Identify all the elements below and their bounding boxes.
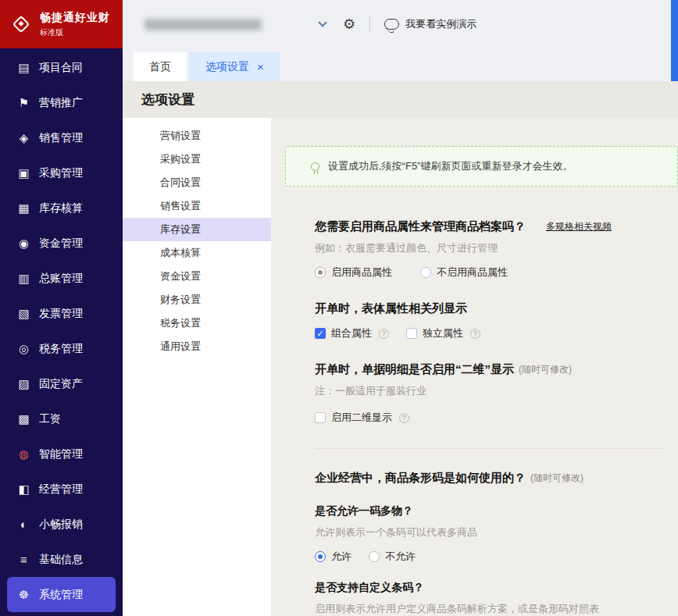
subnav-item[interactable]: 采购设置 bbox=[123, 148, 271, 171]
sidebar-item-icon: ◉ bbox=[16, 237, 31, 251]
page-title: 选项设置 bbox=[123, 81, 678, 118]
chevron-down-icon[interactable] bbox=[318, 18, 327, 27]
sidebar-item-icon: ◈ bbox=[16, 131, 31, 145]
sidebar-item-icon: ▨ bbox=[16, 377, 31, 391]
checkbox-icon[interactable] bbox=[315, 328, 326, 339]
content-area: 营销设置 采购设置 合同设置 销售设置 库存设置 成本核算 资金设置 财务设置 … bbox=[123, 118, 678, 616]
subnav-item[interactable]: 成本核算 bbox=[123, 241, 271, 265]
subnav-item[interactable]: 财务设置 bbox=[123, 288, 271, 312]
settings-subnav: 营销设置 采购设置 合同设置 销售设置 库存设置 成本核算 资金设置 财务设置 … bbox=[123, 118, 271, 616]
sidebar-item[interactable]: ▦ 库存核算 bbox=[7, 190, 116, 226]
sidebar-item[interactable]: ▩ 工资 bbox=[7, 401, 116, 436]
sidebar-item[interactable]: ▨ 固定资产 bbox=[7, 366, 116, 401]
app-window: 畅捷通好业财 标准版 ▤ 项目合同 ⚑ 营销推广 ◈ 销售管理 bbox=[0, 0, 678, 616]
checkbox-option-independent-attribute[interactable]: 独立属性 bbox=[406, 326, 480, 340]
notice-text: 设置成功后,须按“F5”键刷新页面或重新登录才会生效。 bbox=[328, 159, 573, 173]
radio-label: 不允许 bbox=[385, 550, 416, 564]
logo-subtitle: 标准版 bbox=[40, 27, 110, 38]
topbar-divider bbox=[369, 16, 370, 33]
section-barcode-usage: 企业经营中，商品条形码是如何使用的？ (随时可修改) bbox=[315, 471, 678, 486]
sidebar-item[interactable]: ◉ 资金管理 bbox=[7, 226, 116, 261]
question-title-text: 是否支持自定义条码？ bbox=[315, 581, 424, 595]
sidebar-item-label: 营销推广 bbox=[39, 96, 83, 110]
question-hint: 允许则表示一个条码可以代表多商品 bbox=[315, 525, 678, 539]
subnav-item[interactable]: 营销设置 bbox=[123, 124, 271, 148]
question-2d-display: 开单时，单据明细是否启用“二维”显示 (随时可修改) 注：一般适用于服装行业 启… bbox=[315, 362, 678, 425]
checkbox-option-combined-attribute[interactable]: 组合属性 bbox=[315, 326, 389, 340]
checkbox-group-attribute-columns: 组合属性 独立属性 bbox=[315, 326, 678, 340]
radio-option-allow[interactable]: 允许 bbox=[315, 550, 351, 564]
tab-home[interactable]: 首页 bbox=[134, 52, 187, 81]
sidebar-item[interactable]: ◈ 销售管理 bbox=[7, 120, 116, 155]
sidebar-menu: ▤ 项目合同 ⚑ 营销推广 ◈ 销售管理 ▣ 采购管理 bbox=[0, 48, 123, 616]
sidebar-item-label: 基础信息 bbox=[39, 553, 83, 567]
question-title-text: 是否允许一码多物？ bbox=[315, 504, 413, 518]
radio-icon[interactable] bbox=[369, 551, 380, 562]
sidebar-item-label: 固定资产 bbox=[39, 377, 83, 391]
subnav-item[interactable]: 销售设置 bbox=[123, 194, 271, 218]
sidebar-item[interactable]: ⚑ 营销推广 bbox=[7, 85, 116, 120]
sidebar-item[interactable]: ▣ 采购管理 bbox=[7, 155, 116, 190]
subnav-item[interactable]: 资金设置 bbox=[123, 265, 271, 288]
radio-option-disallow[interactable]: 不允许 bbox=[369, 550, 416, 564]
sidebar-item-icon: ▤ bbox=[16, 61, 31, 75]
tab-bar: 首页 选项设置 × bbox=[123, 48, 678, 81]
sidebar-item[interactable]: ◧ 经营管理 bbox=[7, 472, 116, 507]
tab-options-settings[interactable]: 选项设置 × bbox=[190, 52, 280, 81]
subnav-item[interactable]: 税务设置 bbox=[123, 312, 271, 335]
subnav-item[interactable]: 库存设置 bbox=[123, 218, 271, 241]
radio-option-disable-attributes[interactable]: 不启用商品属性 bbox=[420, 265, 508, 280]
sidebar-item[interactable]: ≡ 基础信息 bbox=[7, 542, 116, 577]
radio-icon[interactable] bbox=[315, 551, 326, 562]
radio-icon[interactable] bbox=[315, 267, 326, 278]
sidebar-item-label: 发票管理 bbox=[39, 307, 83, 321]
sidebar-item-label: 总账管理 bbox=[39, 272, 83, 286]
sidebar-item[interactable]: ◎ 税务管理 bbox=[7, 331, 116, 366]
sidebar-item[interactable]: ▥ 总账管理 bbox=[7, 261, 116, 296]
help-icon[interactable] bbox=[470, 329, 480, 339]
question-suffix: (随时可修改) bbox=[519, 363, 572, 376]
subnav-item[interactable]: 合同设置 bbox=[123, 171, 271, 194]
sidebar-item-label: 销售管理 bbox=[39, 131, 83, 145]
question-hint: 例如：衣服需要通过颜色、尺寸进行管理 bbox=[315, 241, 678, 255]
sidebar-item[interactable]: ☸ 系统管理 bbox=[7, 577, 116, 612]
sidebar-item[interactable]: ◐ 小畅报销 bbox=[7, 507, 116, 542]
sidebar-item[interactable]: ▤ 项目合同 bbox=[7, 50, 116, 85]
radio-label: 启用商品属性 bbox=[331, 265, 392, 280]
checkbox-label: 独立属性 bbox=[423, 326, 463, 340]
question-title-text: 您需要启用商品属性来管理商品档案吗？ bbox=[315, 219, 526, 234]
section-title-text: 企业经营中，商品条形码是如何使用的？ bbox=[315, 471, 526, 486]
sidebar-item-label: 小畅报销 bbox=[39, 518, 83, 532]
close-icon[interactable]: × bbox=[257, 61, 264, 73]
sidebar-item-icon: ▩ bbox=[16, 412, 31, 426]
checkbox-icon[interactable] bbox=[315, 412, 326, 423]
radio-option-enable-attributes[interactable]: 启用商品属性 bbox=[315, 265, 392, 280]
sidebar-item-icon: ≡ bbox=[16, 553, 31, 566]
logo-icon bbox=[9, 12, 33, 36]
checkbox-option-enable-2d[interactable]: 启用二维显示 bbox=[315, 411, 409, 425]
demo-video-link[interactable]: 我要看实例演示 bbox=[384, 17, 476, 31]
question-title: 您需要启用商品属性来管理商品档案吗？ 多规格相关视频 bbox=[315, 219, 678, 234]
topbar: ⚙ 我要看实例演示 bbox=[123, 0, 678, 48]
redacted-org-name bbox=[145, 19, 262, 30]
sidebar-item-icon: ☸ bbox=[16, 588, 31, 602]
sidebar-item[interactable]: ▧ 发票管理 bbox=[7, 296, 116, 331]
sidebar-item-label: 工资 bbox=[39, 412, 61, 426]
help-icon[interactable] bbox=[379, 329, 389, 339]
radio-icon[interactable] bbox=[420, 267, 431, 278]
sidebar-item-label: 税务管理 bbox=[39, 342, 83, 356]
question-title: 是否允许一码多物？ bbox=[315, 504, 678, 518]
help-icon[interactable] bbox=[399, 413, 409, 423]
sidebar-item-label: 系统管理 bbox=[39, 588, 83, 602]
right-edge-accent bbox=[671, 0, 678, 81]
sidebar-item-icon: ◎ bbox=[16, 342, 31, 356]
multi-spec-video-link[interactable]: 多规格相关视频 bbox=[546, 220, 612, 233]
sidebar-item[interactable]: ◍ 智能管理 bbox=[7, 436, 116, 472]
gear-icon[interactable]: ⚙ bbox=[343, 16, 355, 33]
checkbox-icon[interactable] bbox=[406, 328, 417, 339]
sidebar-item-icon: ⚑ bbox=[16, 96, 31, 110]
subnav-item[interactable]: 通用设置 bbox=[123, 335, 271, 358]
org-selector-dropdown[interactable] bbox=[138, 12, 332, 36]
sidebar-item-icon: ◐ bbox=[16, 518, 31, 531]
radio-label: 允许 bbox=[331, 550, 351, 564]
